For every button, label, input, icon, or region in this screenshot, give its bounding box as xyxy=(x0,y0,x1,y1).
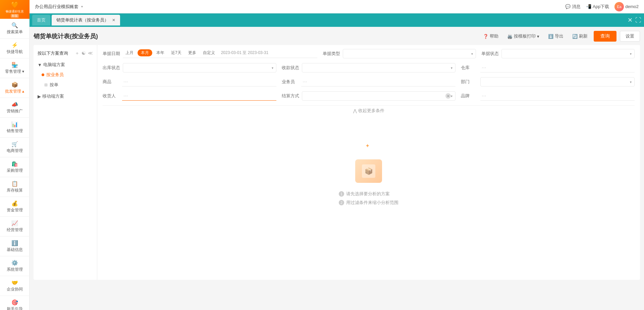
tab-close-icon[interactable]: ✕ xyxy=(112,18,115,22)
doc-status-select[interactable]: ▾ xyxy=(501,49,635,58)
sidebar-item-label: 资金管理 xyxy=(1,207,28,213)
doc-type-arrow-icon: ▾ xyxy=(471,52,473,56)
filter-doc-status: 单据状态 ▾ xyxy=(481,49,635,58)
scheme-item-salesperson-label: 按业务员 xyxy=(46,72,64,78)
tab-collapse-icon[interactable]: ✕ xyxy=(628,16,633,24)
scheme-settings-icon[interactable]: ☯ xyxy=(82,50,86,56)
help-btn[interactable]: ❓ 帮助 xyxy=(480,32,501,41)
empty-sparkle: ✦ xyxy=(348,143,389,149)
sidebar: 🧡 畅捷通好生意 标版 🔍 搜索菜单 ⚡ 快捷导航 🏪 零售管理 ▾ 📦 批发管… xyxy=(0,0,30,310)
department-select[interactable]: ▾ xyxy=(480,77,635,87)
sidebar-item-retail[interactable]: 🏪 零售管理 ▾ xyxy=(0,58,30,78)
settings-button[interactable]: 设置 xyxy=(620,31,640,42)
sales-icon: 📊 xyxy=(1,121,28,127)
salesperson-label: 业务员 xyxy=(282,79,299,85)
warehouse-label: 仓库 xyxy=(461,65,478,71)
filter-panel: 单据日期 上月 本月 本年 近7天 更多 自定义 2023-03-01 至 20… xyxy=(97,45,640,280)
brand-control: ··· xyxy=(480,91,635,101)
refresh-btn[interactable]: 🔄 刷新 xyxy=(570,32,590,41)
basic-icon: ℹ️ xyxy=(1,240,28,246)
empty-box-icon: 📦 xyxy=(355,159,382,183)
empty-illustration: 📦 ✦ xyxy=(348,143,389,183)
salesperson-dots[interactable]: ··· xyxy=(303,79,307,85)
doc-type-select[interactable]: ▾ xyxy=(343,49,476,58)
stock-status-label: 出库状态 xyxy=(103,65,120,71)
message-btn[interactable]: 💬 消息 xyxy=(565,4,581,10)
scheme-group-pc-label: 电脑端方案 xyxy=(43,62,65,68)
scheme-group-mobile-header[interactable]: ▶ 移动端方案 xyxy=(34,91,97,101)
tab-home[interactable]: 首页 xyxy=(32,15,50,25)
date-tab-current-year[interactable]: 本年 xyxy=(154,49,167,56)
tab-maximize-icon[interactable]: ⛶ xyxy=(635,17,641,24)
quick-nav-icon: ⚡ xyxy=(1,42,28,48)
sidebar-item-finance[interactable]: 💰 资金管理 xyxy=(0,197,30,217)
filter-row-4: 收货人 ··· 结算方式 ✕ ▾ xyxy=(103,91,635,101)
tab-home-label: 首页 xyxy=(37,17,46,23)
sidebar-item-sales[interactable]: 📊 销售管理 xyxy=(0,118,30,138)
template-print-btn[interactable]: 🖨️ 按模板打印 ▾ xyxy=(504,32,542,41)
sidebar-item-newbie[interactable]: 🎯 新手引导 xyxy=(0,296,30,310)
sidebar-item-operation[interactable]: 📈 经营管理 xyxy=(0,217,30,237)
stock-status-select[interactable]: ▾ xyxy=(123,63,276,72)
scheme-panel: 按以下方案查询 ＋ ☯ ≪ ▼ 电脑端方案 xyxy=(34,45,97,280)
warehouse-dots[interactable]: ··· xyxy=(482,65,486,71)
scheme-item-order-label: 按单 xyxy=(50,82,58,88)
app-download-btn[interactable]: 📲 App下载 xyxy=(586,4,609,10)
payment-method-clear-icon[interactable]: ✕ xyxy=(445,93,451,99)
top-header: 办公用品行业模拟账套 ▾ 💬 消息 📲 App下载 Ea demo2 xyxy=(30,0,644,13)
wholesale-icon: 📦 xyxy=(1,82,28,88)
product-dots[interactable]: ··· xyxy=(123,79,128,85)
refresh-label: 刷新 xyxy=(579,33,588,39)
filter-salesperson: 业务员 ··· xyxy=(282,77,455,87)
tab-bar: 首页 销货单统计表（按业务员） ✕ ✕ ⛶ xyxy=(30,13,644,27)
sidebar-item-inventory[interactable]: 📋 库存核算 xyxy=(0,177,30,197)
doc-type-label: 单据类型 xyxy=(323,51,340,57)
sidebar-item-quick-nav[interactable]: ⚡ 快捷导航 xyxy=(0,39,30,58)
date-tab-last-month[interactable]: 上月 xyxy=(123,49,136,56)
receiver-dots[interactable]: ··· xyxy=(123,93,128,99)
sidebar-item-wholesale[interactable]: 📦 批发管理 ▴ xyxy=(0,78,30,98)
user-name: demo2 xyxy=(625,4,639,9)
brand-dots[interactable]: ··· xyxy=(482,93,486,99)
scheme-collapse-icon[interactable]: ≪ xyxy=(88,50,93,56)
sidebar-item-purchase[interactable]: 🛍️ 采购管理 xyxy=(0,157,30,177)
scheme-add-icon[interactable]: ＋ xyxy=(75,50,79,56)
receiver-label: 收货人 xyxy=(103,93,119,99)
sidebar-item-basic[interactable]: ℹ️ 基础信息 xyxy=(0,237,30,256)
date-tab-7days[interactable]: 近7天 xyxy=(168,49,184,56)
tab-sales-stat[interactable]: 销货单统计表（按业务员） ✕ xyxy=(52,15,120,25)
empty-tips: 1 请先选择要分析的方案 2 用过滤条件来缩小分析范围 xyxy=(339,191,398,206)
filter-date: 单据日期 上月 本月 本年 近7天 更多 自定义 2023-03-01 至 20… xyxy=(103,49,317,58)
date-tab-more[interactable]: 更多 xyxy=(185,49,199,56)
tip-number-1: 1 xyxy=(339,191,344,197)
scheme-item-order[interactable]: ⊞ 按单 xyxy=(34,80,97,90)
payment-status-select[interactable]: ▾ xyxy=(302,63,455,72)
sidebar-item-label: 营销推广 xyxy=(1,108,28,114)
query-button[interactable]: 查询 xyxy=(594,31,616,42)
header-dropdown-icon[interactable]: ▾ xyxy=(81,5,83,8)
sidebar-item-label: 采购管理 xyxy=(1,168,28,173)
payment-method-select[interactable]: ✕ ▾ xyxy=(302,91,455,101)
filter-doc-type: 单据类型 ▾ xyxy=(323,49,476,58)
sidebar-item-ecommerce[interactable]: 🛒 电商管理 xyxy=(0,138,30,157)
export-btn[interactable]: ⬇️ 导出 xyxy=(545,32,566,41)
user-profile[interactable]: Ea demo2 xyxy=(614,2,639,11)
sidebar-item-label: 电商管理 xyxy=(1,148,28,154)
header-left: 办公用品行业模拟账套 ▾ xyxy=(35,4,83,10)
sidebar-item-search[interactable]: 🔍 搜索菜单 xyxy=(0,19,30,39)
app-download-label: App下载 xyxy=(593,4,609,10)
date-tab-custom[interactable]: 自定义 xyxy=(200,49,218,56)
tip-2-text: 用过滤条件来缩小分析范围 xyxy=(346,200,398,206)
empty-tip-2: 2 用过滤条件来缩小分析范围 xyxy=(339,200,398,206)
sidebar-item-enterprise[interactable]: 🤝 企业协同 xyxy=(0,276,30,296)
scheme-item-salesperson[interactable]: 按业务员 xyxy=(34,70,97,80)
product-control: ··· xyxy=(122,77,276,87)
scheme-group-pc-header[interactable]: ▼ 电脑端方案 xyxy=(34,60,97,70)
sidebar-item-marketing[interactable]: 📣 营销推广 xyxy=(0,98,30,118)
date-tab-current-month[interactable]: 本月 xyxy=(138,49,152,56)
collapse-button[interactable]: ⋀ 收起更多条件 xyxy=(103,105,635,116)
salesperson-control: ··· xyxy=(301,77,455,87)
export-label: 导出 xyxy=(555,33,564,39)
sidebar-item-system[interactable]: ⚙️ 系统管理 xyxy=(0,256,30,276)
newbie-icon: 🎯 xyxy=(1,299,28,306)
